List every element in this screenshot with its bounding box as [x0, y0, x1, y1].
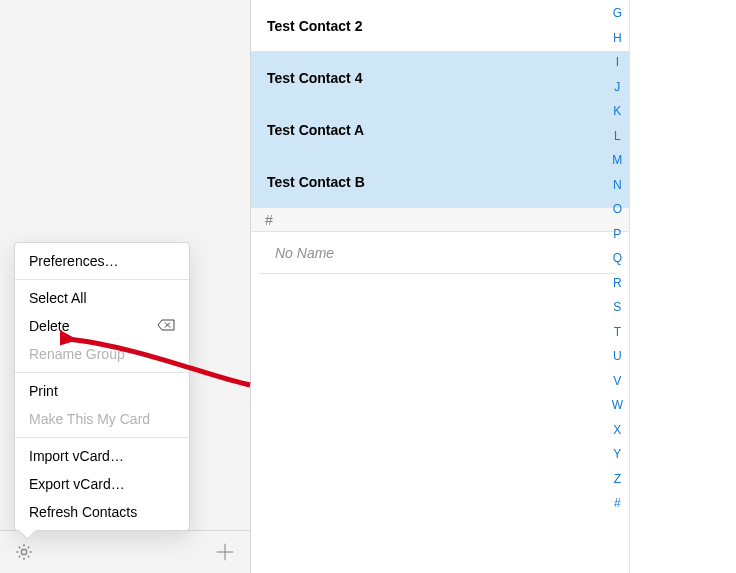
detail-pane: [630, 0, 736, 573]
menu-import-vcard-label: Import vCard…: [29, 448, 124, 464]
index-letter[interactable]: H: [612, 31, 623, 45]
svg-point-0: [21, 549, 26, 554]
sidebar: Preferences… Select All Delete Rename Gr…: [0, 0, 251, 573]
menu-preferences-label: Preferences…: [29, 253, 118, 269]
contact-row[interactable]: Test Contact 2: [251, 0, 629, 52]
menu-select-all[interactable]: Select All: [15, 284, 189, 312]
section-separator-label: #: [265, 212, 273, 228]
menu-make-my-card-label: Make This My Card: [29, 411, 150, 427]
sidebar-toolbar: [0, 530, 250, 573]
alphabet-index: GHIJKLMNOPQRSTUVWXYZ#: [612, 6, 623, 510]
index-letter[interactable]: P: [612, 227, 623, 241]
index-letter[interactable]: L: [612, 129, 623, 143]
menu-refresh-contacts-label: Refresh Contacts: [29, 504, 137, 520]
index-letter[interactable]: #: [612, 496, 623, 510]
contact-name: Test Contact 2: [267, 18, 362, 34]
index-letter[interactable]: T: [612, 325, 623, 339]
menu-print[interactable]: Print: [15, 377, 189, 405]
menu-export-vcard[interactable]: Export vCard…: [15, 470, 189, 498]
contact-name: Test Contact B: [267, 174, 365, 190]
index-letter[interactable]: G: [612, 6, 623, 20]
plus-icon[interactable]: [214, 541, 236, 563]
contact-row[interactable]: Test Contact 4: [251, 52, 629, 104]
contact-row[interactable]: Test Contact B: [251, 156, 629, 208]
index-letter[interactable]: J: [612, 80, 623, 94]
menu-refresh-contacts[interactable]: Refresh Contacts: [15, 498, 189, 526]
menu-preferences[interactable]: Preferences…: [15, 247, 189, 275]
index-letter[interactable]: W: [612, 398, 623, 412]
index-letter[interactable]: N: [612, 178, 623, 192]
menu-delete-label: Delete: [29, 318, 69, 334]
gear-icon[interactable]: [14, 542, 34, 562]
no-name-label: No Name: [275, 245, 334, 261]
menu-separator: [15, 437, 189, 438]
index-letter[interactable]: U: [612, 349, 623, 363]
menu-export-vcard-label: Export vCard…: [29, 476, 125, 492]
index-letter[interactable]: Z: [612, 472, 623, 486]
no-name-row[interactable]: No Name: [259, 232, 617, 274]
menu-import-vcard[interactable]: Import vCard…: [15, 442, 189, 470]
menu-rename-group-label: Rename Group: [29, 346, 125, 362]
menu-delete[interactable]: Delete: [15, 312, 189, 340]
menu-make-my-card: Make This My Card: [15, 405, 189, 433]
index-letter[interactable]: I: [612, 55, 623, 69]
menu-print-label: Print: [29, 383, 58, 399]
index-letter[interactable]: R: [612, 276, 623, 290]
contact-list: Test Contact 2Test Contact 4Test Contact…: [251, 0, 630, 573]
index-letter[interactable]: K: [612, 104, 623, 118]
menu-select-all-label: Select All: [29, 290, 87, 306]
index-letter[interactable]: O: [612, 202, 623, 216]
index-letter[interactable]: Y: [612, 447, 623, 461]
contact-name: Test Contact A: [267, 122, 364, 138]
menu-separator: [15, 372, 189, 373]
menu-rename-group: Rename Group: [15, 340, 189, 368]
index-letter[interactable]: S: [612, 300, 623, 314]
settings-context-menu: Preferences… Select All Delete Rename Gr…: [14, 242, 190, 531]
index-letter[interactable]: X: [612, 423, 623, 437]
section-separator: #: [251, 208, 629, 232]
index-letter[interactable]: M: [612, 153, 623, 167]
index-letter[interactable]: Q: [612, 251, 623, 265]
contact-name: Test Contact 4: [267, 70, 362, 86]
index-letter[interactable]: V: [612, 374, 623, 388]
delete-key-icon: [157, 318, 175, 334]
app-root: Preferences… Select All Delete Rename Gr…: [0, 0, 736, 573]
menu-separator: [15, 279, 189, 280]
contact-row[interactable]: Test Contact A: [251, 104, 629, 156]
